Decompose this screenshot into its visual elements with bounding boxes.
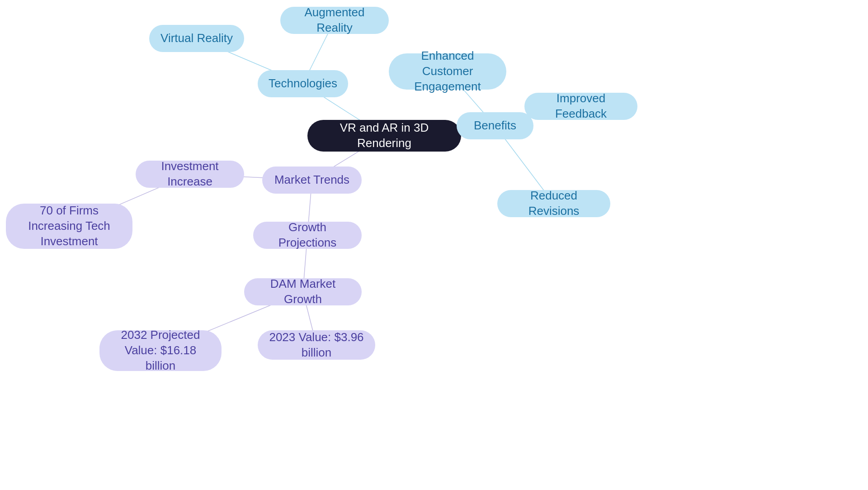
augmented-reality-node: Augmented Reality xyxy=(280,7,389,34)
projected-2032-label: 2032 Projected Value: $16.18 billion xyxy=(109,328,212,373)
virtual-reality-label: Virtual Reality xyxy=(160,31,233,46)
enhanced-customer-node: Enhanced Customer Engagement xyxy=(389,53,506,90)
growth-projections-label: Growth Projections xyxy=(263,220,352,251)
dam-market-growth-label: DAM Market Growth xyxy=(254,276,352,307)
improved-feedback-node: Improved Feedback xyxy=(524,93,637,120)
technologies-label: Technologies xyxy=(269,76,337,91)
projected-2032-node: 2032 Projected Value: $16.18 billion xyxy=(99,330,222,371)
firms-70-label: 70 of Firms Increasing Tech Investment xyxy=(16,203,123,249)
benefits-label: Benefits xyxy=(474,118,516,133)
enhanced-customer-label: Enhanced Customer Engagement xyxy=(399,48,496,94)
growth-projections-node: Growth Projections xyxy=(253,222,362,249)
augmented-reality-label: Augmented Reality xyxy=(290,5,379,36)
dam-market-growth-node: DAM Market Growth xyxy=(244,278,362,305)
technologies-node: Technologies xyxy=(258,70,348,97)
center-label: VR and AR in 3D Rendering xyxy=(327,120,441,151)
improved-feedback-label: Improved Feedback xyxy=(534,91,627,122)
center-node: VR and AR in 3D Rendering xyxy=(307,120,461,152)
firms-70-node: 70 of Firms Increasing Tech Investment xyxy=(6,204,132,249)
value-2023-label: 2023 Value: $3.96 billion xyxy=(268,330,365,361)
market-trends-node: Market Trends xyxy=(262,167,362,194)
reduced-revisions-label: Reduced Revisions xyxy=(507,188,600,219)
investment-increase-node: Investment Increase xyxy=(136,161,244,188)
reduced-revisions-node: Reduced Revisions xyxy=(497,190,610,217)
benefits-node: Benefits xyxy=(457,112,533,139)
market-trends-label: Market Trends xyxy=(274,172,349,188)
investment-increase-label: Investment Increase xyxy=(146,159,234,190)
value-2023-node: 2023 Value: $3.96 billion xyxy=(258,330,375,360)
virtual-reality-node: Virtual Reality xyxy=(149,25,244,52)
